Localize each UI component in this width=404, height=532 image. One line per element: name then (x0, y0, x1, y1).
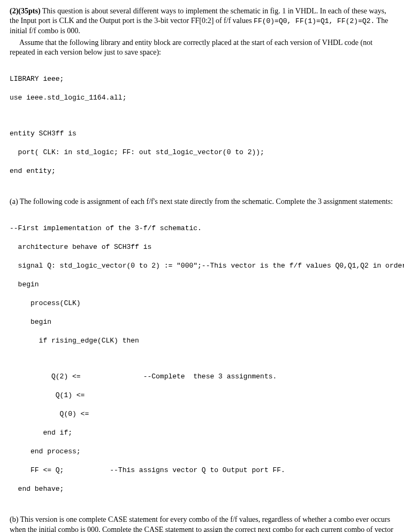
code-line: end if; (10, 428, 394, 438)
code-line: architecture behave of SCH3ff is (10, 242, 394, 252)
code-line: begin (10, 280, 394, 290)
code-line: signal Q: std_logic_vector(0 to 2) := "0… (10, 261, 394, 271)
code-line: begin (10, 317, 394, 327)
code-line: end process; (10, 447, 394, 457)
code-line: FF <= Q; --This assigns vector Q to Outp… (10, 466, 394, 475)
code-line: --First implementation of the 3-f/f sche… (10, 224, 394, 233)
part-a-code: --First implementation of the 3-f/f sche… (10, 214, 394, 503)
q2-intro-para1: (2)(35pts) This question is about severa… (10, 6, 394, 36)
code-line: Q(2) <= --Complete these 3 assignments. (10, 372, 394, 382)
code-line: end entity; (10, 166, 394, 176)
code-line: process(CLK) (10, 299, 394, 308)
part-b-text: (b) This version is one complete CASE st… (10, 515, 394, 532)
q2-mono-inline: FF(0)=Q0, FF(1)=Q1, FF(2)=Q2. (254, 17, 375, 25)
code-line: LIBRARY ieee; (10, 74, 394, 84)
code-line: end behave; (10, 484, 394, 494)
q2-heading: (2)(35pts) (10, 7, 41, 15)
code-line: entity SCH3ff is (10, 129, 394, 139)
code-header-block: LIBRARY ieee; use ieee.std_logic_1164.al… (10, 65, 394, 185)
code-line: if rising_edge(CLK) then (10, 336, 394, 346)
code-line: Q(1) <= (10, 391, 394, 400)
code-line: Q(0) <= (10, 409, 394, 419)
q2-intro-para2: Assume that the following library and en… (10, 38, 394, 57)
code-line: port( CLK: in std_logic; FF: out std_log… (10, 148, 394, 157)
part-a-text: (a) The following code is assignment of … (10, 197, 394, 207)
code-line: use ieee.std_logic_1164.all; (10, 93, 394, 103)
